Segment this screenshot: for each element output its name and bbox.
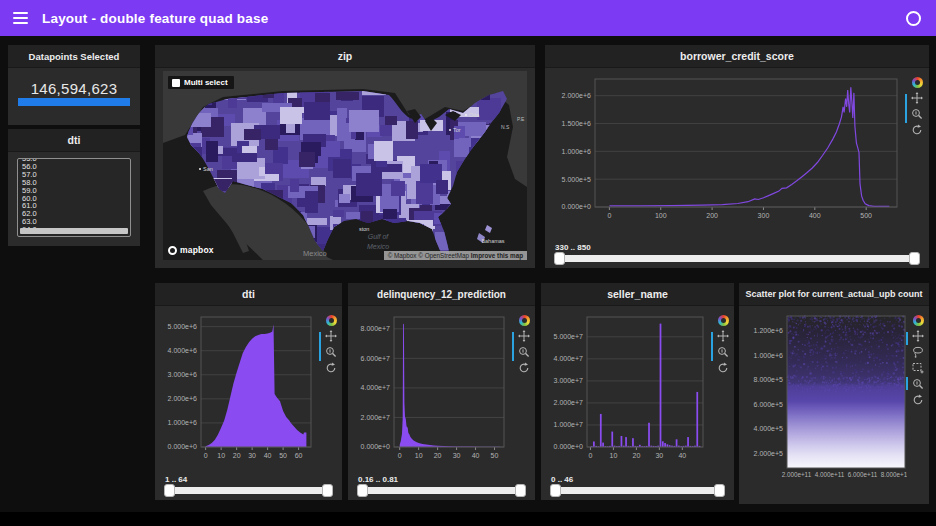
svg-text:1.500e+6: 1.500e+6 <box>562 120 591 127</box>
credit-score-range-slider: 330 .. 850 <box>555 243 919 262</box>
dti-hist-chart[interactable]: 0.000e+01.000e+62.000e+63.000e+64.000e+6… <box>155 309 315 467</box>
svg-text:1.000e+6: 1.000e+6 <box>562 148 591 155</box>
pan-tool-icon[interactable] <box>911 92 923 104</box>
bokeh-logo-icon[interactable] <box>519 315 530 326</box>
map-canvas[interactable]: Gulf ofMexicoMexicoBahamasSanTorOttaston… <box>163 71 527 260</box>
wheel-zoom-tool-icon[interactable] <box>325 346 337 358</box>
slider-handle-max[interactable] <box>909 252 920 265</box>
choropleth-map[interactable]: Multi select Gulf ofMexicoMexicoBahamasS… <box>163 71 527 260</box>
attribution-text[interactable]: © Mapbox © OpenStreetMap <box>388 252 471 259</box>
slider-range-label: 1 .. 64 <box>165 475 332 484</box>
svg-text:ston: ston <box>359 226 369 232</box>
list-item[interactable]: 58.0 <box>22 179 130 187</box>
app-header: Layout - double feature quad base <box>0 0 936 36</box>
horizontal-scrollbar[interactable] <box>20 228 128 234</box>
svg-text:200: 200 <box>706 212 718 219</box>
list-item[interactable]: 57.0 <box>22 171 130 179</box>
svg-text:5.000e+7: 5.000e+7 <box>554 333 583 340</box>
svg-text:3.000e+7: 3.000e+7 <box>554 377 583 384</box>
hamburger-menu-icon[interactable] <box>13 12 28 24</box>
svg-text:30: 30 <box>655 452 663 459</box>
svg-text:500: 500 <box>860 212 872 219</box>
bokeh-logo-icon[interactable] <box>913 315 924 326</box>
svg-text:1.000e+6: 1.000e+6 <box>754 352 783 359</box>
delinquency-chart[interactable]: 0.000e+02.000e+74.000e+76.000e+78.000e+7… <box>348 309 508 467</box>
multi-select-label: Multi select <box>184 78 228 87</box>
slider-handle-min[interactable] <box>550 484 561 497</box>
modebar <box>715 315 731 374</box>
datapoints-value: 146,594,623 <box>8 80 140 97</box>
svg-text:N.S: N.S <box>501 124 510 130</box>
bokeh-logo-icon[interactable] <box>718 315 729 326</box>
slider-range-label: 0.16 .. 0.81 <box>358 475 525 484</box>
reset-tool-icon[interactable] <box>518 362 530 374</box>
box-select-tool-icon[interactable] <box>912 362 924 374</box>
multi-select-control[interactable]: Multi select <box>168 76 234 89</box>
svg-text:3.000e+6: 3.000e+6 <box>168 371 197 378</box>
reset-tool-icon[interactable] <box>717 362 729 374</box>
pan-tool-icon[interactable] <box>912 330 924 342</box>
svg-text:0.000e+0: 0.000e+0 <box>562 203 591 210</box>
slider-track[interactable] <box>165 487 332 494</box>
seller-name-title: seller_name <box>541 283 734 306</box>
reset-tool-icon[interactable] <box>325 362 337 374</box>
lasso-select-tool-icon[interactable] <box>912 346 924 358</box>
pan-tool-icon[interactable] <box>518 330 530 342</box>
modebar <box>323 315 339 374</box>
improve-map-link[interactable]: Improve this map <box>471 252 523 259</box>
svg-text:Tor: Tor <box>453 127 461 133</box>
svg-text:0: 0 <box>607 212 611 219</box>
dti-listbox[interactable]: 55.056.057.058.059.060.061.062.063.064.0 <box>17 158 131 237</box>
svg-text:40: 40 <box>678 452 686 459</box>
slider-track[interactable] <box>555 255 919 262</box>
dti-hist-title: dti <box>155 283 342 306</box>
slider-track[interactable] <box>358 487 525 494</box>
scatter-upb-chart[interactable]: 2.000e+54.000e+56.000e+58.000e+51.000e+6… <box>739 308 907 488</box>
mapbox-logo[interactable]: mapbox <box>168 245 214 255</box>
svg-text:8.000e+5: 8.000e+5 <box>754 376 783 383</box>
list-item[interactable]: 61.0 <box>22 202 130 210</box>
multi-select-checkbox-icon[interactable] <box>172 79 180 87</box>
svg-text:400: 400 <box>809 212 821 219</box>
seller-name-range-slider: 0 .. 46 <box>551 475 724 494</box>
datapoints-panel: Datapoints Selected 146,594,623 <box>8 45 140 125</box>
svg-text:20: 20 <box>233 452 241 459</box>
slider-handle-max[interactable] <box>515 484 526 497</box>
svg-text:0.000e+0: 0.000e+0 <box>554 443 583 450</box>
list-item[interactable]: 59.0 <box>22 187 130 195</box>
pan-tool-icon[interactable] <box>717 330 729 342</box>
slider-handle-min[interactable] <box>554 252 565 265</box>
svg-text:4.000e+7: 4.000e+7 <box>554 355 583 362</box>
page-title: Layout - double feature quad base <box>42 11 268 26</box>
svg-text:2.000e+5: 2.000e+5 <box>754 450 783 457</box>
slider-handle-min[interactable] <box>164 484 175 497</box>
list-item[interactable]: 60.0 <box>22 195 130 203</box>
list-item[interactable]: 63.0 <box>22 218 130 226</box>
dti-list-title: dti <box>8 129 140 152</box>
slider-handle-max[interactable] <box>714 484 725 497</box>
wheel-zoom-tool-icon[interactable] <box>518 346 530 358</box>
borrower-credit-score-chart[interactable]: 0.000e+05.000e+51.000e+61.500e+62.000e+6… <box>547 71 905 227</box>
bokeh-logo-icon[interactable] <box>326 315 337 326</box>
wheel-zoom-tool-icon[interactable] <box>912 378 924 390</box>
wheel-zoom-tool-icon[interactable] <box>911 108 923 120</box>
svg-text:20: 20 <box>434 452 442 459</box>
pan-tool-icon[interactable] <box>325 330 337 342</box>
seller-name-chart[interactable]: 0.000e+01.000e+72.000e+73.000e+74.000e+7… <box>541 309 707 467</box>
list-item[interactable]: 62.0 <box>22 210 130 218</box>
svg-text:50: 50 <box>279 452 287 459</box>
footer-strip <box>0 512 936 526</box>
slider-track[interactable] <box>551 487 724 494</box>
svg-text:P.E: P.E <box>517 116 525 122</box>
slider-handle-max[interactable] <box>322 484 333 497</box>
list-item[interactable]: 56.0 <box>22 163 130 171</box>
svg-text:Mexico: Mexico <box>367 243 389 250</box>
wheel-zoom-tool-icon[interactable] <box>717 346 729 358</box>
datapoints-title: Datapoints Selected <box>8 45 140 68</box>
reset-tool-icon[interactable] <box>912 394 924 406</box>
bokeh-logo-icon[interactable] <box>912 77 923 88</box>
slider-handle-min[interactable] <box>357 484 368 497</box>
svg-text:0.000e+0: 0.000e+0 <box>361 443 390 450</box>
reset-tool-icon[interactable] <box>911 124 923 136</box>
delinquency-panel: delinquency_12_prediction 0.000e+02.000e… <box>348 283 535 500</box>
